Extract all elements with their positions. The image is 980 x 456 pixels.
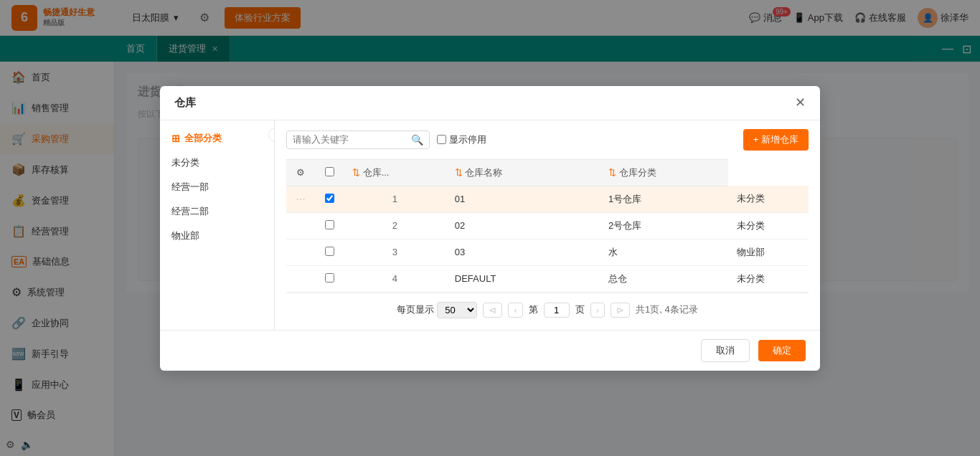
confirm-button[interactable]: 确定 xyxy=(758,340,806,361)
modal-toolbar: 🔍 显示停用 + 新增仓库 xyxy=(286,129,809,151)
sort-icon: ⇅ xyxy=(352,167,360,178)
page-suffix: 页 xyxy=(575,303,585,316)
row-code-cell: 03 xyxy=(446,239,600,265)
modal-footer: 取消 确定 xyxy=(160,330,820,371)
modal-category-sidebar: ⊞ 全部分类 《 未分类 经营一部 经营二部 物业部 xyxy=(160,120,275,330)
last-page-button[interactable]: ⊳ xyxy=(611,303,630,318)
per-page-dropdown[interactable]: 50 100 xyxy=(437,302,477,318)
sort-icon-cat: ⇅ xyxy=(608,167,616,178)
sort-icon-name: ⇅ xyxy=(455,167,463,178)
row-checkbox-cell xyxy=(315,186,344,212)
modal-title: 仓库 xyxy=(174,96,196,110)
warehouse-table: ⚙ ⇅ 仓库... ⇅ 仓库名称 xyxy=(286,159,809,293)
row-name-cell: 2号仓库 xyxy=(600,212,728,239)
modal-close-button[interactable]: ✕ xyxy=(795,96,806,109)
modal-category-ops1[interactable]: 经营一部 xyxy=(160,175,274,199)
row-code-cell: 02 xyxy=(446,212,600,239)
page-input[interactable] xyxy=(544,303,570,318)
row-checkbox-cell xyxy=(315,265,344,292)
modal-overlay: 仓库 ✕ ⊞ 全部分类 《 未分类 经营一部 经营二部 xyxy=(0,0,980,456)
th-name[interactable]: ⇅ 仓库名称 xyxy=(446,159,600,186)
table-row[interactable]: 303水物业部 xyxy=(286,239,809,265)
modal-category-unclassified[interactable]: 未分类 xyxy=(160,151,274,175)
th-code[interactable]: ⇅ 仓库... xyxy=(344,159,446,186)
all-categories-label: 全部分类 xyxy=(184,132,222,145)
first-page-button[interactable]: ⊲ xyxy=(483,303,502,318)
search-input[interactable] xyxy=(293,134,407,145)
modal-category-property[interactable]: 物业部 xyxy=(160,224,274,248)
select-all-checkbox[interactable] xyxy=(325,167,334,176)
row-checkbox[interactable] xyxy=(325,194,334,203)
add-warehouse-button[interactable]: + 新增仓库 xyxy=(743,129,809,151)
pagination: 每页显示 50 100 ⊲ ‹ 第 页 › ⊳ 共1页, 4条记录 xyxy=(286,293,809,321)
table-row[interactable]: ···1011号仓库未分类 xyxy=(286,186,809,212)
per-page-select: 每页显示 50 100 xyxy=(397,302,477,318)
row-name-cell: 1号仓库 xyxy=(600,186,728,212)
row-code-cell: 01 xyxy=(446,186,600,212)
row-code-cell: DEFAULT xyxy=(446,265,600,292)
row-category-cell: 未分类 xyxy=(728,186,809,212)
modal-body: ⊞ 全部分类 《 未分类 经营一部 经营二部 物业部 xyxy=(160,120,820,330)
page-label: 第 xyxy=(529,303,538,316)
table-row[interactable]: 4DEFAULT总仓未分类 xyxy=(286,265,809,292)
row-num-cell: 3 xyxy=(344,239,446,265)
row-settings-cell: ··· xyxy=(286,186,315,212)
more-options-button[interactable]: ··· xyxy=(296,193,305,206)
row-name-cell: 总仓 xyxy=(600,265,728,292)
row-checkbox[interactable] xyxy=(325,247,334,256)
modal-main: 🔍 显示停用 + 新增仓库 ⚙ xyxy=(275,120,820,330)
row-num-cell: 2 xyxy=(344,212,446,239)
row-name-cell: 水 xyxy=(600,239,728,265)
search-button[interactable]: 🔍 xyxy=(411,134,423,146)
next-page-button[interactable]: › xyxy=(590,303,605,318)
row-settings-cell xyxy=(286,212,315,239)
row-settings-cell xyxy=(286,239,315,265)
search-input-wrap: 🔍 xyxy=(286,130,430,149)
row-checkbox[interactable] xyxy=(325,220,334,229)
row-checkbox[interactable] xyxy=(325,273,334,282)
row-settings-cell xyxy=(286,265,315,292)
modal-category-ops2[interactable]: 经营二部 xyxy=(160,199,274,224)
th-settings: ⚙ xyxy=(286,159,315,186)
th-checkbox xyxy=(315,159,344,186)
row-checkbox-cell xyxy=(315,239,344,265)
table-row[interactable]: 2022号仓库未分类 xyxy=(286,212,809,239)
row-checkbox-cell xyxy=(315,212,344,239)
row-num-cell: 4 xyxy=(344,265,446,292)
prev-page-button[interactable]: ‹ xyxy=(508,303,522,318)
cancel-button[interactable]: 取消 xyxy=(701,339,750,362)
modal-header: 仓库 ✕ xyxy=(160,86,820,120)
show-disabled-wrap: 显示停用 xyxy=(437,133,486,146)
warehouse-modal: 仓库 ✕ ⊞ 全部分类 《 未分类 经营一部 经营二部 xyxy=(160,86,820,371)
th-category[interactable]: ⇅ 仓库分类 xyxy=(600,159,728,186)
row-category-cell: 未分类 xyxy=(728,212,809,239)
row-num-cell: 1 xyxy=(344,186,446,212)
total-info: 共1页, 4条记录 xyxy=(636,303,698,316)
grid-icon: ⊞ xyxy=(171,133,180,144)
show-disabled-label: 显示停用 xyxy=(449,133,486,146)
row-category-cell: 物业部 xyxy=(728,239,809,265)
modal-all-categories[interactable]: ⊞ 全部分类 xyxy=(160,126,274,151)
per-page-label: 每页显示 xyxy=(397,303,434,316)
row-category-cell: 未分类 xyxy=(728,265,809,292)
show-disabled-checkbox[interactable] xyxy=(437,135,446,144)
